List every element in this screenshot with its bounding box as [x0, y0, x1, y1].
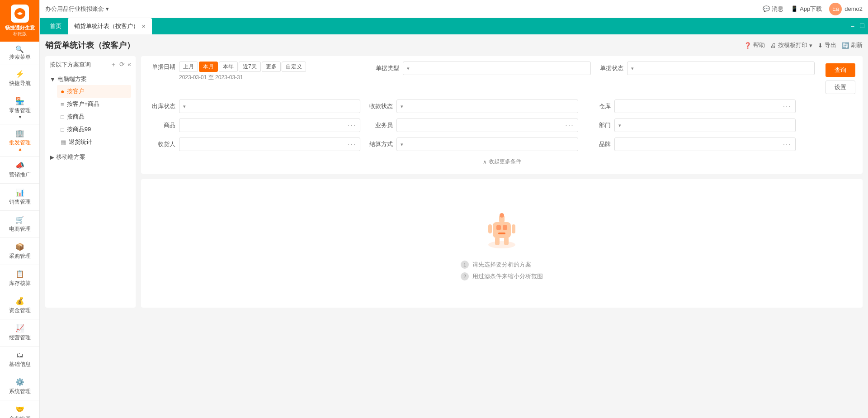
sidebar-item-operations[interactable]: 📈 经营管理: [0, 319, 39, 347]
collapse-icon: ∧: [483, 159, 487, 165]
message-button[interactable]: 💬 消息: [763, 5, 783, 13]
tree-node-desktop[interactable]: ▼ 电脑端方案: [50, 73, 131, 85]
tip-text-2: 用过滤条件来缩小分析范围: [472, 272, 543, 280]
chevron-down-icon: ▾: [809, 42, 812, 49]
svg-point-7: [500, 213, 504, 218]
sidebar-item-quick[interactable]: ⚡ 快捷导航: [0, 65, 39, 92]
tab-close-button[interactable]: ✕: [142, 24, 146, 29]
page-content: 销货单统计表（按客户） ❓ 帮助 🖨 按模板打印 ▾ ⬇ 导出 🔄 刷新: [40, 34, 868, 418]
sidebar-item-wholesale[interactable]: 🏢 批发管理 ▲: [0, 124, 39, 157]
tree-desktop-label: 电脑端方案: [57, 75, 87, 83]
tree-child-by-customer[interactable]: ● 按客户: [57, 85, 131, 98]
window-maximize-button[interactable]: □: [860, 22, 864, 31]
sidebar-item-inventory[interactable]: 📋 库存核算: [0, 265, 39, 292]
department-select[interactable]: ▾: [614, 119, 796, 132]
sidebar-item-label: 销售管理: [9, 198, 31, 206]
window-minimize-button[interactable]: －: [849, 22, 856, 31]
date-this-month[interactable]: 本月: [199, 62, 218, 72]
app-download-label: App下载: [800, 5, 822, 13]
print-button[interactable]: 🖨 按模板打印 ▾: [770, 41, 812, 49]
doc-status-select[interactable]: ▾: [627, 62, 815, 75]
payment-status-label: 收款状态: [366, 102, 393, 110]
by-product-icon: □: [61, 114, 64, 120]
sidebar-item-basic[interactable]: 🗂 基础信息: [0, 347, 39, 373]
sidebar-item-retail[interactable]: 🏪 零售管理 ▼: [0, 92, 39, 124]
product-label: 商品: [148, 121, 175, 129]
sidebar-item-system[interactable]: ⚙️ 系统管理: [0, 373, 39, 400]
help-icon: ❓: [744, 42, 751, 49]
add-scheme-button[interactable]: ＋: [110, 61, 117, 69]
date-last-7days[interactable]: 近7天: [239, 62, 261, 72]
filter-receiver-col: 收货人 ···: [148, 138, 360, 151]
dots-icon: ···: [783, 102, 792, 110]
sidebar-item-sales[interactable]: 📊 销售管理: [0, 184, 39, 211]
export-button[interactable]: ⬇ 导出: [818, 41, 836, 49]
date-more[interactable]: 更多: [262, 62, 281, 72]
salesperson-label: 业务员: [366, 121, 393, 129]
warehouse-input[interactable]: ···: [614, 100, 796, 113]
refresh-button[interactable]: 🔄 刷新: [842, 41, 863, 49]
date-this-year[interactable]: 本年: [219, 62, 238, 72]
top-bar-right: 💬 消息 📱 App下载 Ea demo2: [763, 3, 863, 15]
tree-child-product-99[interactable]: □ 按商品99: [57, 123, 131, 136]
svg-rect-5: [498, 233, 505, 234]
payment-status-select[interactable]: ▾: [396, 100, 578, 113]
filter-panel: 单据日期 上月 本月 本年 近7天 更多 自定义: [141, 56, 863, 174]
sidebar-item-finance[interactable]: 💰 资金管理: [0, 292, 39, 319]
settings-button[interactable]: 设置: [826, 81, 855, 94]
date-label: 单据日期: [148, 63, 175, 71]
sidebar-item-label: 资金管理: [9, 307, 31, 314]
tree-child-customer-product[interactable]: ≡ 按客户+商品: [57, 98, 131, 110]
filter-warehouse-col: 仓库 ···: [584, 100, 796, 113]
tree-expand-icon: ▼: [50, 76, 56, 83]
scheme-header-title: 按以下方案查询: [50, 61, 91, 69]
user-info[interactable]: Ea demo2: [829, 3, 863, 15]
filter-row-2: 出库状态 ▾ 收款状态 ▾ 仓库: [148, 100, 855, 113]
scheme-header-actions: ＋ ⟳ «: [110, 61, 131, 69]
doc-status-label: 单据状态: [596, 64, 623, 72]
ship-status-select[interactable]: ▾: [179, 100, 360, 113]
sidebar-item-label: 营销推广: [9, 171, 31, 179]
sidebar-item-label: 系统管理: [9, 388, 31, 395]
page-title: 销货单统计表（按客户）: [45, 40, 135, 51]
help-button[interactable]: ❓ 帮助: [744, 41, 765, 49]
product-input[interactable]: ···: [179, 119, 360, 132]
tab-sales-stats[interactable]: 销货单统计表（按客户） ✕: [68, 18, 152, 34]
svg-point-1: [488, 241, 515, 248]
tab-bar: 首页 销货单统计表（按客户） ✕ － □: [40, 18, 868, 34]
brand-input[interactable]: ···: [614, 138, 796, 151]
refresh-scheme-button[interactable]: ⟳: [119, 61, 125, 69]
tree-child-by-product[interactable]: □ 按商品: [57, 110, 131, 123]
settlement-select[interactable]: ▾: [396, 138, 578, 151]
sidebar-item-ecommerce[interactable]: 🛒 电商管理: [0, 211, 39, 238]
tree-child-return-stats[interactable]: ▦ 退货统计: [57, 136, 131, 148]
tab-home[interactable]: 首页: [43, 18, 68, 34]
filter-ship-col: 出库状态 ▾: [148, 100, 360, 113]
tree-node-mobile[interactable]: ▶ 移动端方案: [50, 151, 131, 163]
industry-dropdown[interactable]: 办公用品行业模拟账套 ▾: [45, 5, 109, 13]
sidebar-item-label: 采购管理: [9, 252, 31, 260]
basic-icon: 🗂: [16, 351, 24, 359]
receiver-input[interactable]: ···: [179, 138, 360, 151]
filter-row-1: 单据日期 上月 本月 本年 近7天 更多 自定义: [148, 62, 855, 94]
filter-payment-col: 收款状态 ▾: [366, 100, 578, 113]
doc-type-select[interactable]: ▾: [403, 62, 590, 75]
date-last-month[interactable]: 上月: [179, 62, 198, 72]
date-custom[interactable]: 自定义: [282, 62, 306, 72]
app-download-button[interactable]: 📱 App下载: [791, 5, 822, 13]
sidebar-item-enterprise[interactable]: 🤝 企业协同: [0, 400, 39, 418]
chevron-down-icon: ▾: [106, 5, 109, 12]
top-bar: 办公用品行业模拟账套 ▾ 💬 消息 📱 App下载 Ea demo2: [40, 0, 868, 18]
collapse-bar[interactable]: ∧ 收起更多条件: [148, 155, 855, 168]
sidebar-item-label: 库存核算: [9, 280, 31, 287]
query-button[interactable]: 查询: [826, 63, 855, 77]
dots-icon: ···: [565, 121, 574, 129]
collapse-scheme-button[interactable]: «: [127, 61, 131, 69]
query-actions: 查询 设置: [826, 62, 855, 94]
sidebar-item-purchase[interactable]: 📦 采购管理: [0, 238, 39, 265]
sidebar-search-item[interactable]: 🔍 搜索菜单: [0, 42, 39, 65]
sidebar-item-marketing[interactable]: 📣 营销推广: [0, 157, 39, 184]
salesperson-input[interactable]: ···: [396, 119, 578, 132]
svg-rect-4: [503, 225, 507, 230]
chevron-down-icon: ▼: [18, 114, 23, 119]
